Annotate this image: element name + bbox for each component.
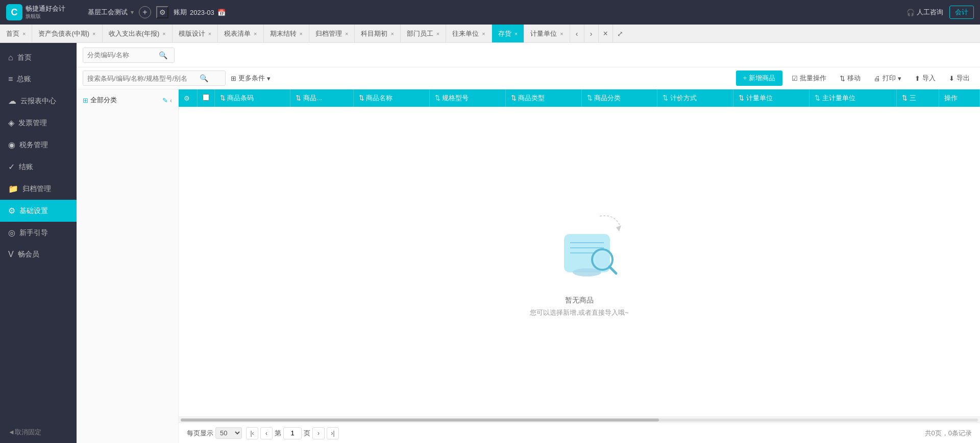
tab-period-close-icon[interactable]: × xyxy=(300,31,303,37)
table-scrollbar[interactable] xyxy=(179,416,980,423)
tab-inventory-close-icon[interactable]: × xyxy=(514,31,518,37)
sidebar-item-archive[interactable]: 📁 归档管理 xyxy=(0,178,77,200)
col-extra-header[interactable]: ⇅ 三 xyxy=(897,89,939,107)
settings-icon: ⚙ xyxy=(8,206,15,216)
scrollbar-thumb[interactable] xyxy=(181,418,659,422)
col-category-header[interactable]: ⇅ 商品分类 xyxy=(581,89,657,107)
headset-icon: 🎧 xyxy=(906,9,915,16)
tab-dept-close-icon[interactable]: × xyxy=(436,31,439,37)
tab-units-close-icon[interactable]: × xyxy=(560,31,563,37)
select-all-checkbox[interactable] xyxy=(203,94,209,101)
breadcrumb-chevron-icon[interactable]: ▾ xyxy=(131,9,134,16)
move-button[interactable]: ⇅ 移动 xyxy=(836,72,865,85)
category-search-input[interactable] xyxy=(87,51,159,59)
account-button[interactable]: 会计 xyxy=(949,6,974,19)
col-spec-header[interactable]: ⇅ 规格型号 xyxy=(429,89,505,107)
tab-balance-close-icon[interactable]: × xyxy=(92,31,95,37)
tab-home-label: 首页 xyxy=(6,29,19,38)
full-search-input[interactable] xyxy=(87,75,200,82)
col-name-header[interactable]: ⇅ 商品名称 xyxy=(353,89,429,107)
header-settings-button[interactable]: ⚙ xyxy=(156,6,168,18)
print-button[interactable]: 🖨 打印 ▾ xyxy=(870,72,905,85)
page-label: 第 xyxy=(275,429,281,438)
batch-ops-button[interactable]: ☑ 批量操作 xyxy=(788,72,830,85)
col-price-method-header[interactable]: ⇅ 计价方式 xyxy=(657,89,733,107)
tab-archive-close-icon[interactable]: × xyxy=(345,31,348,37)
page-prev-button[interactable]: ‹ xyxy=(260,427,273,439)
content-area: 🔍 🔍 ⊞ 更多条件 ▾ + 新增商品 ☑ 批量操作 xyxy=(77,43,980,443)
tab-units[interactable]: 计量单位 × xyxy=(524,25,570,42)
more-filter-button[interactable]: ⊞ 更多条件 ▾ xyxy=(231,74,271,83)
tab-home-close-icon[interactable]: × xyxy=(22,31,26,37)
page-last-button[interactable]: ›| xyxy=(327,427,339,439)
col-main-unit-sort-icon: ⇅ xyxy=(815,94,820,102)
col-type-header[interactable]: ⇅ 商品类型 xyxy=(505,89,581,107)
sidebar-unpin-button[interactable]: ◄取消固定 xyxy=(0,422,77,443)
col-settings-header[interactable]: ⚙ xyxy=(179,89,197,107)
col-barcode-header[interactable]: ⇅ 商品条码 xyxy=(214,89,290,107)
tab-template-close-icon[interactable]: × xyxy=(208,31,211,37)
scrollbar-track[interactable] xyxy=(181,418,978,422)
col-price-sort-icon: ⇅ xyxy=(663,94,668,102)
edit-icon[interactable]: ✎ xyxy=(162,97,168,104)
export-button[interactable]: ⬇ 导出 xyxy=(945,72,974,85)
tab-counterparty-close-icon[interactable]: × xyxy=(482,31,485,37)
page-input[interactable] xyxy=(283,427,302,439)
calendar-icon[interactable]: 📅 xyxy=(217,9,226,16)
col-code-header[interactable]: ⇅ 商品... xyxy=(290,89,353,107)
empty-svg xyxy=(528,206,630,288)
service-button[interactable]: 🎧 人工咨询 xyxy=(906,8,943,17)
print-chevron-icon[interactable]: ▾ xyxy=(898,75,901,82)
page-next-button[interactable]: › xyxy=(312,427,325,439)
tab-bar: 首页 × 资产负债表(中期) × 收入支出表(年报) × 模版设计 × 税表清单… xyxy=(0,25,980,43)
page-first-button[interactable]: |‹ xyxy=(246,427,258,439)
header-right: 🎧 人工咨询 会计 xyxy=(906,6,974,19)
sidebar-item-reports[interactable]: ☁ 云报表中心 xyxy=(0,90,77,112)
tab-subjects[interactable]: 科目期初 × xyxy=(355,25,400,42)
move-icon: ⇅ xyxy=(840,75,845,82)
sidebar-item-home[interactable]: ⌂ 首页 xyxy=(0,47,77,68)
tab-template[interactable]: 模版设计 × xyxy=(173,25,218,42)
sidebar-item-closing[interactable]: ✓ 结账 xyxy=(0,156,77,178)
sidebar-reports-label: 云报表中心 xyxy=(20,97,56,106)
tab-period-close[interactable]: 期末结转 × xyxy=(264,25,309,42)
header-add-tab-button[interactable]: + xyxy=(139,6,151,18)
col-main-unit-header[interactable]: ⇅ 主计量单位 xyxy=(810,89,897,107)
sidebar-item-ledger[interactable]: ≡ 总账 xyxy=(0,68,77,90)
sidebar-guide-label: 新手引导 xyxy=(19,228,48,238)
tab-nav-right-button[interactable]: › xyxy=(584,25,599,42)
logo-area: C 畅捷通好会计 旗舰版 xyxy=(6,4,83,20)
tab-income-close-icon[interactable]: × xyxy=(162,31,165,37)
tab-income-label: 收入支出表(年报) xyxy=(109,29,160,38)
tab-home[interactable]: 首页 × xyxy=(0,25,32,42)
tab-tax-close-icon[interactable]: × xyxy=(254,31,257,37)
sidebar-item-invoice[interactable]: ◈ 发票管理 xyxy=(0,112,77,134)
sidebar-item-guide[interactable]: ◎ 新手引导 xyxy=(0,222,77,244)
full-search-icon[interactable]: 🔍 xyxy=(200,74,208,82)
category-all-item[interactable]: ⊞ 全部分类 ✎ ‹ xyxy=(81,94,174,107)
tab-template-label: 模版设计 xyxy=(179,29,205,38)
sidebar-item-settings[interactable]: ⚙ 基础设置 xyxy=(0,200,77,222)
archive-icon: 📁 xyxy=(8,184,18,194)
tab-income[interactable]: 收入支出表(年报) × xyxy=(103,25,173,42)
add-product-button[interactable]: + 新增商品 xyxy=(736,71,782,86)
tab-close-all-button[interactable]: × xyxy=(599,25,613,42)
tab-nav-left-button[interactable]: ‹ xyxy=(570,25,584,42)
tab-inventory[interactable]: 存货 × xyxy=(492,25,524,42)
content-body: ⊞ 全部分类 ✎ ‹ ⚙ xyxy=(77,89,980,443)
collapse-icon[interactable]: ‹ xyxy=(170,97,172,104)
col-unit-header[interactable]: ⇅ 计量单位 xyxy=(733,89,810,107)
category-search-icon[interactable]: 🔍 xyxy=(159,51,167,59)
sidebar-item-member[interactable]: V 畅会员 xyxy=(0,244,77,265)
tab-expand-button[interactable]: ⤢ xyxy=(613,25,627,42)
tab-counterparty[interactable]: 往来单位 × xyxy=(446,25,492,42)
col-check-header[interactable] xyxy=(197,89,214,107)
tab-balance-sheet[interactable]: 资产负债表(中期) × xyxy=(32,25,102,42)
sidebar-item-tax[interactable]: ◉ 税务管理 xyxy=(0,134,77,156)
tab-subjects-close-icon[interactable]: × xyxy=(390,31,394,37)
per-page-dropdown[interactable]: 10 20 50 100 xyxy=(215,427,242,439)
tab-dept[interactable]: 部门员工 × xyxy=(401,25,446,42)
tab-archive[interactable]: 归档管理 × xyxy=(309,25,355,42)
import-button[interactable]: ⬆ 导入 xyxy=(911,72,940,85)
tab-tax[interactable]: 税表清单 × xyxy=(218,25,263,42)
